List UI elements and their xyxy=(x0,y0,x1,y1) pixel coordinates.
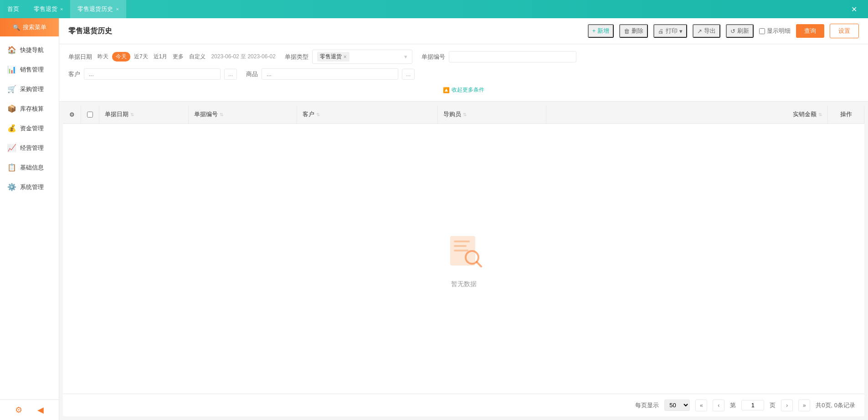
date-btn-1month[interactable]: 近1月 xyxy=(152,52,169,61)
sales-icon: 📊 xyxy=(7,65,16,74)
home-tab-label: 首页 xyxy=(7,5,19,13)
customer-ellipsis-button[interactable]: ... xyxy=(224,69,237,80)
date-btn-more[interactable]: 更多 xyxy=(171,52,185,61)
svg-rect-2 xyxy=(454,245,467,247)
sidebar-item-inventory[interactable]: 📦 库存核算 xyxy=(0,99,59,118)
date-btn-custom[interactable]: 自定义 xyxy=(187,52,207,61)
retail-return-tab-label: 零售退货 xyxy=(34,5,57,13)
date-btn-yesterday[interactable]: 昨天 xyxy=(96,52,110,61)
first-page-button[interactable]: « xyxy=(695,400,707,411)
show-detail-checkbox[interactable] xyxy=(759,28,765,34)
total-records: 共0页, 0条记录 xyxy=(816,401,855,410)
pagination: 每页显示 50 100 « ‹ 第 页 › » xyxy=(63,394,864,416)
prev-page-button[interactable]: ‹ xyxy=(713,400,724,411)
setting-button[interactable]: 设置 xyxy=(830,24,859,38)
th-date-label: 单据日期 xyxy=(105,110,128,118)
table-header: ⚙ 单据日期 ⇅ 单据编号 ⇅ 客户 ⇅ 导购员 xyxy=(63,105,864,124)
nav-tab-retail-history[interactable]: 零售退货历史 × xyxy=(70,0,126,18)
print-button[interactable]: 🖨 打印 ▾ xyxy=(653,24,687,38)
th-customer[interactable]: 客户 ⇅ xyxy=(297,105,438,123)
last-page-button[interactable]: » xyxy=(798,400,810,411)
sidebar-item-basicinfo[interactable]: 📋 基础信息 xyxy=(0,158,59,177)
customer-input[interactable] xyxy=(84,68,221,80)
sidebar-item-finance[interactable]: 💰 资金管理 xyxy=(0,118,59,138)
goods-input[interactable] xyxy=(262,68,398,80)
bill-type-tag-close[interactable]: × xyxy=(344,54,347,60)
goods-ellipsis-button[interactable]: ... xyxy=(402,69,415,80)
bill-type-filter-group: 单据类型 零售退货 × ▾ xyxy=(285,50,412,64)
date-btn-today[interactable]: 今天 xyxy=(112,52,130,61)
th-date[interactable]: 单据日期 ⇅ xyxy=(99,105,189,123)
svg-line-5 xyxy=(477,262,481,266)
refresh-button[interactable]: ↺ 刷新 xyxy=(726,24,754,38)
collapse-up-icon: 🔼 xyxy=(443,87,450,93)
top-nav-right: ✕ xyxy=(847,3,868,15)
sidebar-settings-button[interactable]: ⚙ xyxy=(15,405,22,415)
sidebar-item-label: 资金管理 xyxy=(20,124,44,133)
page-suffix: 页 xyxy=(770,401,776,410)
th-bill-no-sort-icon: ⇅ xyxy=(220,112,223,117)
collapse-row: 🔼 收起更多条件 xyxy=(68,84,859,96)
th-guide-sort-icon: ⇅ xyxy=(463,112,467,117)
sidebar-item-system[interactable]: ⚙️ 系统管理 xyxy=(0,177,59,197)
delete-button[interactable]: 🗑 删除 xyxy=(619,24,648,38)
window-close-button[interactable]: ✕ xyxy=(847,3,861,15)
main-layout: 🔍 搜索菜单 🏠 快捷导航 📊 销售管理 🛒 采购管理 📦 库存核算 💰 xyxy=(0,18,868,420)
th-checkbox[interactable] xyxy=(81,105,99,123)
page-header: 零售退货历史 + 新增 🗑 删除 🖨 打印 ▾ ↗ 导出 ↺ xyxy=(59,18,868,44)
new-button[interactable]: + 新增 xyxy=(588,24,614,38)
basicinfo-icon: 📋 xyxy=(7,163,16,172)
operations-icon: 📈 xyxy=(7,143,16,152)
th-guide[interactable]: 导购员 ⇅ xyxy=(438,105,546,123)
retail-history-tab-label: 零售退货历史 xyxy=(77,5,113,13)
th-amount-label: 实销金额 xyxy=(793,110,817,118)
top-nav: 首页 零售退货 × 零售退货历史 × ✕ xyxy=(0,0,868,18)
sidebar-item-quicknav[interactable]: 🏠 快捷导航 xyxy=(0,40,59,60)
header-actions: + 新增 🗑 删除 🖨 打印 ▾ ↗ 导出 ↺ 刷新 xyxy=(588,24,859,38)
sidebar-item-label: 经营管理 xyxy=(20,144,44,152)
export-button[interactable]: ↗ 导出 xyxy=(693,24,720,38)
sidebar-item-label: 系统管理 xyxy=(20,183,44,191)
query-button[interactable]: 查询 xyxy=(796,24,824,38)
per-page-select[interactable]: 50 100 xyxy=(664,400,690,411)
bill-type-label: 单据类型 xyxy=(285,53,308,61)
collapse-button[interactable]: 🔼 收起更多条件 xyxy=(441,84,486,96)
sidebar-collapse-button[interactable]: ◀ xyxy=(37,405,44,415)
bill-type-select[interactable]: 零售退货 × ▾ xyxy=(312,50,412,64)
filter-row-1: 单据日期 昨天 今天 近7天 近1月 更多 自定义 2023-06-02 至 2… xyxy=(68,50,859,64)
th-amount[interactable]: 实销金额 ⇅ xyxy=(752,105,828,123)
home-icon: 🏠 xyxy=(7,46,16,54)
select-all-checkbox[interactable] xyxy=(87,112,93,118)
date-shortcuts: 昨天 今天 近7天 近1月 更多 自定义 xyxy=(96,52,207,61)
nav-tabs: 首页 零售退货 × 零售退货历史 × xyxy=(0,0,847,18)
nav-tab-home[interactable]: 首页 xyxy=(0,0,26,18)
print-icon: 🖨 xyxy=(658,28,664,35)
goods-filter-group: 商品 ... xyxy=(246,68,415,80)
date-btn-7days[interactable]: 近7天 xyxy=(132,52,150,61)
export-icon: ↗ xyxy=(697,28,702,35)
svg-rect-1 xyxy=(454,241,470,242)
sidebar-item-operations[interactable]: 📈 经营管理 xyxy=(0,138,59,158)
sidebar-search[interactable]: 🔍 搜索菜单 xyxy=(0,18,59,36)
finance-icon: 💰 xyxy=(7,124,16,133)
th-action: 操作 xyxy=(828,105,864,123)
refresh-icon: ↺ xyxy=(730,28,735,35)
next-page-button[interactable]: › xyxy=(781,400,793,411)
th-amount-sort-icon: ⇅ xyxy=(818,112,822,117)
bill-no-input[interactable] xyxy=(449,51,576,62)
bill-type-tag: 零售退货 × xyxy=(317,52,349,61)
main-content: 零售退货历史 + 新增 🗑 删除 🖨 打印 ▾ ↗ 导出 ↺ xyxy=(59,18,868,420)
th-bill-no[interactable]: 单据编号 ⇅ xyxy=(189,105,297,123)
bill-no-filter-group: 单据编号 xyxy=(421,51,576,62)
th-date-sort-icon: ⇅ xyxy=(130,112,134,117)
th-customer-sort-icon: ⇅ xyxy=(316,112,320,117)
sidebar-item-sales[interactable]: 📊 销售管理 xyxy=(0,60,59,79)
th-action-label: 操作 xyxy=(840,110,852,118)
retail-history-tab-close[interactable]: × xyxy=(116,6,118,12)
retail-return-tab-close[interactable]: × xyxy=(60,6,63,12)
search-icon: 🔍 xyxy=(13,24,20,31)
sidebar-item-purchase[interactable]: 🛒 采购管理 xyxy=(0,79,59,99)
page-input[interactable] xyxy=(741,400,764,410)
th-settings[interactable]: ⚙ xyxy=(63,105,81,123)
nav-tab-retail-return[interactable]: 零售退货 × xyxy=(26,0,70,18)
